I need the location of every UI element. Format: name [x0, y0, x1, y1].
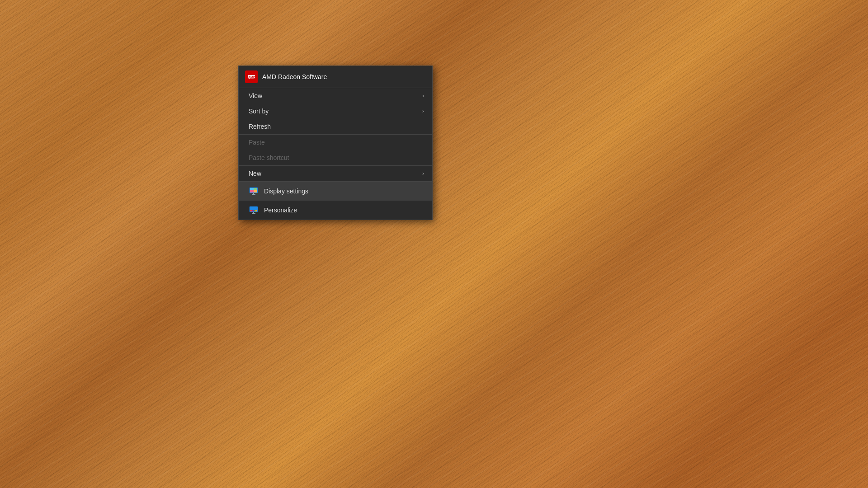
new-submenu-arrow: › [422, 170, 424, 177]
svg-rect-16 [252, 213, 255, 214]
sort-by-submenu-arrow: › [422, 108, 424, 114]
context-menu-header[interactable]: AMD AMD Radeon Software [239, 66, 432, 88]
svg-rect-14 [255, 210, 257, 211]
menu-item-display-settings[interactable]: Display settings [239, 182, 432, 201]
svg-rect-4 [254, 188, 257, 190]
menu-group-2: Paste Paste shortcut [239, 135, 432, 166]
amd-radeon-icon: AMD [245, 70, 258, 83]
svg-text:AMD: AMD [248, 76, 255, 79]
svg-rect-15 [253, 212, 254, 213]
svg-rect-11 [250, 210, 252, 211]
desktop-background [0, 0, 868, 488]
context-menu: AMD AMD Radeon Software View › Sort by ›… [238, 66, 433, 220]
view-submenu-arrow: › [422, 93, 424, 99]
menu-item-paste-shortcut: Paste shortcut [239, 150, 432, 165]
menu-group-3: New › [239, 166, 432, 182]
svg-rect-5 [250, 190, 254, 192]
menu-item-sort-by[interactable]: Sort by › [239, 103, 432, 119]
menu-item-refresh[interactable]: Refresh [239, 119, 432, 134]
svg-rect-3 [250, 188, 254, 190]
menu-item-paste: Paste [239, 135, 432, 150]
menu-item-new[interactable]: New › [239, 166, 432, 181]
amd-software-label: AMD Radeon Software [262, 73, 327, 80]
menu-group-4: Display settings [239, 182, 432, 220]
display-settings-icon [249, 186, 259, 197]
svg-rect-13 [254, 210, 255, 211]
menu-item-view[interactable]: View › [239, 88, 432, 103]
menu-item-personalize[interactable]: Personalize [239, 201, 432, 220]
svg-rect-8 [252, 194, 255, 195]
svg-rect-7 [253, 193, 254, 194]
menu-group-1: View › Sort by › Refresh [239, 88, 432, 135]
svg-rect-6 [254, 190, 257, 192]
svg-rect-12 [252, 210, 254, 211]
personalize-icon [249, 205, 259, 216]
